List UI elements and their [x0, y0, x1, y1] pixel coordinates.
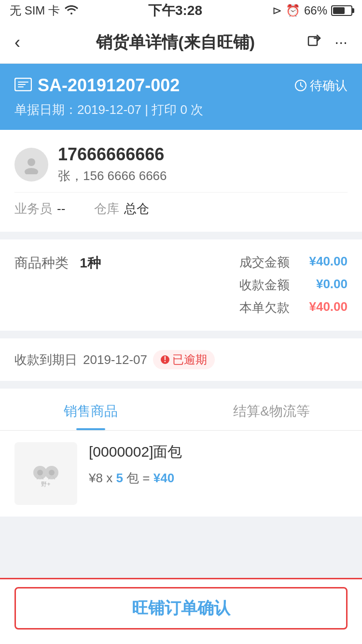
status-left: 无 SIM 卡	[10, 3, 78, 18]
product-type-label: 商品种类	[14, 255, 69, 270]
due-date-value: 2019-12-07	[83, 352, 147, 367]
due-date-section: 收款到期日 2019-12-07 ! 已逾期	[0, 338, 362, 381]
owed-value: ¥40.00	[309, 299, 348, 316]
overdue-label: 已逾期	[172, 352, 207, 367]
collection-row: 收款金额 ¥0.00	[239, 277, 348, 294]
amounts-section: 商品种类 1种 成交金额 ¥40.00 收款金额 ¥0.00 本单欠款 ¥40.…	[0, 239, 362, 331]
transaction-row: 成交金额 ¥40.00	[239, 254, 348, 271]
tabs-section: 销售商品 结算&物流等 野+ [0000002]面包 ¥8	[0, 389, 362, 517]
status-bar: 无 SIM 卡 下午3:28 ⊳ ⏰ 66%	[0, 0, 362, 21]
customer-section: 17666666666 张，156 6666 6666 业务员 -- 仓库 总仓	[0, 130, 362, 232]
share-icon[interactable]	[307, 33, 323, 52]
order-header-top: SA-20191207-002 待确认	[14, 75, 348, 96]
alarm-icon: ⏰	[286, 4, 300, 17]
svg-point-4	[25, 168, 38, 174]
sales-value: --	[57, 201, 65, 216]
tab-settlement[interactable]: 结算&物流等	[181, 389, 362, 430]
location-icon: ⊳	[272, 4, 282, 17]
svg-text:野+: 野+	[41, 481, 50, 488]
carrier-label: 无 SIM 卡	[10, 3, 60, 18]
transaction-label: 成交金额	[239, 254, 290, 271]
order-status: 待确认	[294, 77, 348, 94]
order-icon	[14, 75, 32, 96]
owed-row: 本单欠款 ¥40.00	[239, 299, 348, 316]
time-display: 下午3:28	[148, 1, 202, 20]
overdue-dot: !	[161, 355, 169, 364]
total-price: ¥40	[153, 471, 174, 485]
multiply-sign: x	[106, 471, 116, 485]
due-date-label: 收款到期日	[14, 351, 77, 368]
order-number: SA-20191207-002	[14, 75, 180, 96]
battery-label: 66%	[304, 4, 327, 17]
svg-point-8	[49, 470, 55, 476]
product-price: ¥8 x 5 包 = ¥40	[89, 470, 348, 487]
product-section: 野+ [0000002]面包 ¥8 x 5 包 = ¥40	[0, 431, 362, 517]
page-title: 销货单详情(来自旺铺)	[43, 31, 307, 54]
owed-label: 本单欠款	[239, 299, 290, 316]
warehouse-label: 仓库	[94, 200, 119, 217]
battery-icon	[331, 5, 352, 16]
amount-right: 成交金额 ¥40.00 收款金额 ¥0.00 本单欠款 ¥40.00	[239, 254, 348, 316]
unit-price: ¥8	[89, 471, 103, 485]
avatar	[14, 148, 48, 182]
product-type-value: 1种	[80, 255, 101, 270]
product-info: [0000002]面包 ¥8 x 5 包 = ¥40	[89, 442, 348, 487]
collection-label: 收款金额	[239, 277, 290, 294]
nav-bar: ‹ 销货单详情(来自旺铺) ···	[0, 21, 362, 64]
unit: 包	[126, 471, 139, 485]
svg-point-3	[28, 158, 35, 166]
confirm-order-button[interactable]: 旺铺订单确认	[14, 587, 348, 630]
customer-meta: 业务员 -- 仓库 总仓	[14, 192, 348, 217]
tab-sales-products[interactable]: 销售商品	[0, 389, 181, 430]
overdue-badge: ! 已逾期	[153, 350, 215, 369]
warehouse-meta: 仓库 总仓	[94, 200, 149, 217]
collection-value: ¥0.00	[316, 277, 348, 294]
order-header: SA-20191207-002 待确认 单据日期：2019-12-07 | 打印…	[0, 64, 362, 130]
sales-label: 业务员	[14, 200, 52, 217]
product-thumbnail: 野+	[14, 442, 77, 505]
customer-name: 张，156 6666 6666	[58, 168, 167, 184]
battery-fill	[333, 7, 345, 14]
more-icon[interactable]: ···	[334, 33, 348, 51]
nav-actions: ···	[307, 33, 348, 52]
customer-info: 17666666666 张，156 6666 6666	[58, 144, 167, 184]
sales-meta: 业务员 --	[14, 200, 65, 217]
customer-top: 17666666666 张，156 6666 6666	[14, 144, 348, 184]
back-button[interactable]: ‹	[14, 32, 43, 53]
transaction-value: ¥40.00	[309, 254, 348, 271]
warehouse-value: 总仓	[124, 200, 149, 217]
product-type: 商品种类 1种	[14, 254, 101, 272]
quantity: 5	[116, 471, 123, 485]
order-date-info: 单据日期：2019-12-07 | 打印 0 次	[14, 101, 348, 118]
confirm-button-container: 旺铺订单确认	[0, 578, 362, 644]
customer-phone: 17666666666	[58, 144, 167, 165]
equals-sign: =	[142, 471, 153, 485]
status-right: ⊳ ⏰ 66%	[272, 4, 352, 17]
svg-point-7	[37, 470, 43, 476]
wifi-icon	[65, 4, 78, 17]
tabs-bar: 销售商品 结算&物流等	[0, 389, 362, 431]
product-name: [0000002]面包	[89, 442, 348, 462]
product-item: 野+ [0000002]面包 ¥8 x 5 包 = ¥40	[14, 442, 348, 505]
